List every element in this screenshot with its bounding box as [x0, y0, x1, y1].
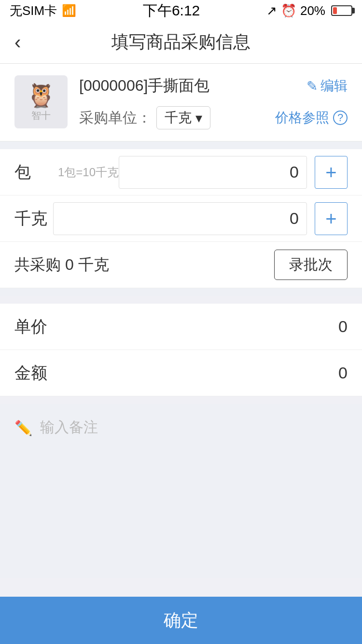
amount-label: 金额 — [14, 362, 47, 384]
confirm-button[interactable]: 确定 — [0, 597, 362, 644]
status-right: ↗ ⏰ 20% — [266, 3, 352, 18]
package-label: 包 — [14, 161, 53, 183]
kg-field-wrapper: 0 + — [53, 202, 348, 235]
price-section: 单价 0 金额 0 — [0, 304, 362, 396]
total-row: 共采购 0 千克 录批次 — [0, 242, 362, 288]
unit-price-label: 单价 — [14, 316, 47, 338]
product-thumbnail: 🦉 智十 — [14, 75, 68, 128]
carrier-text: 无SIM卡 — [10, 2, 57, 19]
edit-icon: ✎ — [306, 78, 318, 94]
package-input[interactable]: 0 — [119, 156, 307, 189]
edit-button[interactable]: ✎ 编辑 — [306, 77, 348, 95]
nav-bar: ‹ 填写商品采购信息 — [0, 21, 362, 64]
location-icon: ↗ — [266, 3, 277, 18]
package-value: 0 — [290, 163, 299, 182]
edit-label: 编辑 — [320, 77, 348, 95]
quantity-section: 包 1包=10千克 0 + 千克 0 + 共采购 0 千克 录批次 — [0, 149, 362, 288]
status-bar: 无SIM卡 📶 下午6:12 ↗ ⏰ 20% — [0, 0, 362, 21]
unit-price-value: 0 — [338, 317, 348, 336]
package-sub-label: 1包=10千克 — [58, 165, 119, 180]
record-batch-button[interactable]: 录批次 — [274, 250, 348, 280]
status-left: 无SIM卡 📶 — [10, 2, 76, 19]
notes-placeholder: 输入备注 — [40, 418, 98, 437]
product-full-name: [0000006]手撕面包 — [79, 75, 209, 97]
alarm-icon: ⏰ — [281, 3, 296, 18]
back-button[interactable]: ‹ — [14, 31, 21, 53]
package-plus-button[interactable]: + — [315, 156, 348, 189]
product-brand: 智十 — [31, 109, 51, 122]
unit-select[interactable]: 千克 ▾ — [156, 106, 210, 129]
package-input-row: 包 1包=10千克 0 + — [0, 149, 362, 196]
confirm-label: 确定 — [164, 609, 198, 632]
kg-plus-button[interactable]: + — [315, 202, 348, 235]
product-unit-row: 采购单位： 千克 ▾ 价格参照 ? — [79, 106, 348, 129]
product-name-row: [0000006]手撕面包 ✎ 编辑 — [79, 75, 348, 97]
product-card: 🦉 智十 [0000006]手撕面包 ✎ 编辑 采购单位： 千克 ▾ 价格参照 … — [0, 64, 362, 141]
total-label: 共采购 0 千克 — [14, 254, 109, 276]
notes-section[interactable]: ✏️ 输入备注 — [0, 404, 362, 578]
price-ref-button[interactable]: 价格参照 ? — [275, 109, 348, 127]
product-owl-icon: 🦉 — [27, 82, 56, 109]
section-divider-2 — [0, 288, 362, 296]
section-divider-1 — [0, 141, 362, 149]
pencil-icon: ✏️ — [14, 420, 32, 436]
unit-value: 千克 — [165, 109, 192, 127]
page-title: 填写商品采购信息 — [111, 30, 251, 54]
battery-text: 20% — [300, 3, 325, 18]
wifi-icon: 📶 — [62, 4, 76, 17]
amount-row: 金额 0 — [0, 350, 362, 396]
amount-value: 0 — [338, 364, 348, 382]
kg-input[interactable]: 0 — [53, 202, 307, 235]
battery-fill — [333, 7, 337, 14]
kg-input-row: 千克 0 + — [0, 196, 362, 242]
unit-price-row: 单价 0 — [0, 304, 362, 350]
product-info: [0000006]手撕面包 ✎ 编辑 采购单位： 千克 ▾ 价格参照 ? — [79, 75, 348, 129]
dropdown-arrow-icon: ▾ — [195, 110, 202, 126]
status-time: 下午6:12 — [143, 1, 200, 21]
kg-plus-icon: + — [325, 209, 336, 228]
help-icon: ? — [333, 111, 348, 125]
unit-label: 采购单位： — [79, 108, 152, 128]
package-field-wrapper: 0 + — [119, 156, 348, 189]
package-plus-icon: + — [325, 163, 336, 182]
kg-label: 千克 — [14, 208, 53, 230]
kg-value: 0 — [290, 209, 299, 228]
battery-icon — [331, 5, 352, 16]
record-batch-label: 录批次 — [289, 256, 333, 272]
price-ref-label: 价格参照 — [275, 109, 329, 127]
